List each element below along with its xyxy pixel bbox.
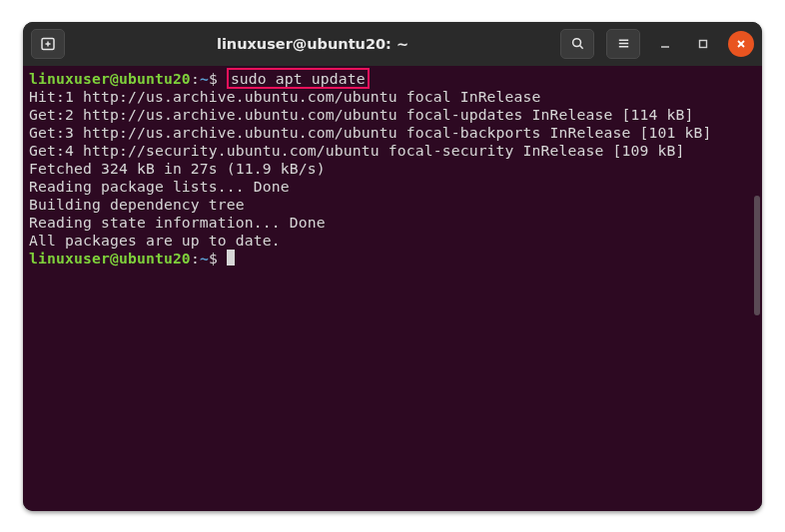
prompt-line: linuxuser@ubuntu20:~$ sudo apt update <box>29 70 756 88</box>
prompt-idle-line: linuxuser@ubuntu20:~$ <box>29 250 756 267</box>
output-line: Fetched 324 kB in 27s (11.9 kB/s) <box>29 160 756 178</box>
maximize-button[interactable] <box>690 31 716 57</box>
window-title: linuxuser@ubuntu20: ~ <box>79 36 546 52</box>
prompt-path: ~ <box>200 70 209 87</box>
search-button[interactable] <box>560 29 594 59</box>
prompt-separator: : <box>191 250 200 266</box>
prompt-path: ~ <box>200 250 209 266</box>
hamburger-menu-button[interactable] <box>606 29 640 59</box>
svg-line-4 <box>579 46 582 49</box>
new-tab-button[interactable] <box>31 29 65 59</box>
titlebar: linuxuser@ubuntu20: ~ <box>23 22 762 66</box>
output-line: All packages are up to date. <box>29 232 756 250</box>
svg-point-3 <box>572 39 580 47</box>
titlebar-right-group <box>560 29 754 59</box>
prompt-symbol: $ <box>209 250 218 266</box>
output-line: Get:4 http://security.ubuntu.com/ubuntu … <box>29 142 756 160</box>
output-line: Reading package lists... Done <box>29 178 756 196</box>
output-line: Get:2 http://us.archive.ubuntu.com/ubunt… <box>29 106 756 124</box>
terminal-output-area[interactable]: linuxuser@ubuntu20:~$ sudo apt update Hi… <box>23 66 762 511</box>
output-line: Building dependency tree <box>29 196 756 214</box>
cursor-icon <box>227 250 235 266</box>
prompt-symbol: $ <box>209 70 218 87</box>
scrollbar-thumb[interactable] <box>754 196 760 315</box>
close-button[interactable] <box>728 31 754 57</box>
output-line: Get:3 http://us.archive.ubuntu.com/ubunt… <box>29 124 756 142</box>
svg-rect-9 <box>700 40 707 47</box>
prompt-separator: : <box>191 70 200 87</box>
prompt-user-host: linuxuser@ubuntu20 <box>29 250 191 266</box>
highlighted-command: sudo apt update <box>227 68 370 89</box>
terminal-window: linuxuser@ubuntu20: ~ li <box>23 22 762 511</box>
minimize-button[interactable] <box>652 31 678 57</box>
output-line: Reading state information... Done <box>29 214 756 232</box>
output-line: Hit:1 http://us.archive.ubuntu.com/ubunt… <box>29 88 756 106</box>
prompt-user-host: linuxuser@ubuntu20 <box>29 70 191 87</box>
